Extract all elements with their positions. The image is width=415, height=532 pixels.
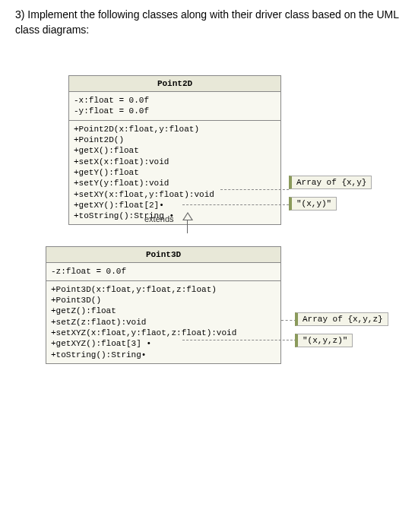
annotation-tostring-xy: "(x,y)": [289, 197, 337, 211]
annotation-tostring-xyz: "(x,y,z)": [295, 334, 353, 347]
class-title: Point3D: [46, 247, 280, 263]
inheritance-arrow-icon: [182, 212, 193, 220]
method-line: +toString():String•: [51, 350, 276, 360]
dashed-connector: [281, 320, 296, 321]
attr-line: -z:float = 0.0f: [51, 266, 276, 277]
question-text: 3) Implement the following classes along…: [15, 8, 400, 37]
method-line: +setXY(x:float,y:float):void: [74, 189, 276, 200]
methods-section: +Point3D(x:float,y:float,z:float) +Point…: [46, 281, 280, 363]
class-point3d: Point3D -z:float = 0.0f +Point3D(x:float…: [46, 246, 281, 363]
dashed-connector: [182, 204, 289, 205]
method-line: +toString():String •: [74, 211, 276, 221]
attributes-section: -x:float = 0.0f -y:float = 0.0f: [69, 92, 280, 121]
uml-diagram: Point2D -x:float = 0.0f -y:float = 0.0f …: [68, 75, 400, 364]
method-line: +setY(y:float):void: [74, 178, 276, 188]
method-line: +getY():float: [74, 167, 276, 178]
attr-line: -y:float = 0.0f: [74, 106, 276, 116]
method-line: +setXYZ(x:float,y:flaot,z:float):void: [51, 328, 276, 338]
attributes-section: -z:float = 0.0f: [46, 263, 280, 280]
attr-line: -x:float = 0.0f: [74, 95, 276, 106]
dashed-connector: [220, 189, 289, 190]
methods-section: +Point2D(x:float,y:float) +Point2D() +ge…: [69, 121, 280, 225]
annotation-array-xy: Array of {x,y}: [289, 176, 372, 189]
method-line: +Point3D(x:float,y:float,z:float): [51, 284, 276, 295]
dashed-connector: [182, 340, 296, 340]
method-line: +Point2D(x:float,y:float): [74, 124, 276, 135]
extends-label: extends: [144, 214, 174, 223]
inheritance-line: [187, 220, 188, 233]
method-line: +setX(x:float):void: [74, 157, 276, 167]
method-line: +Point3D(): [51, 295, 276, 306]
annotation-array-xyz: Array of {x,y,z}: [295, 312, 388, 326]
class-point2d: Point2D -x:float = 0.0f -y:float = 0.0f …: [68, 75, 281, 225]
method-line: +setZ(z:flaot):void: [51, 317, 276, 328]
method-line: +Point2D(): [74, 135, 276, 145]
class-title: Point2D: [69, 76, 280, 92]
method-line: +getZ():float: [51, 306, 276, 316]
method-line: +getX():float: [74, 145, 276, 156]
